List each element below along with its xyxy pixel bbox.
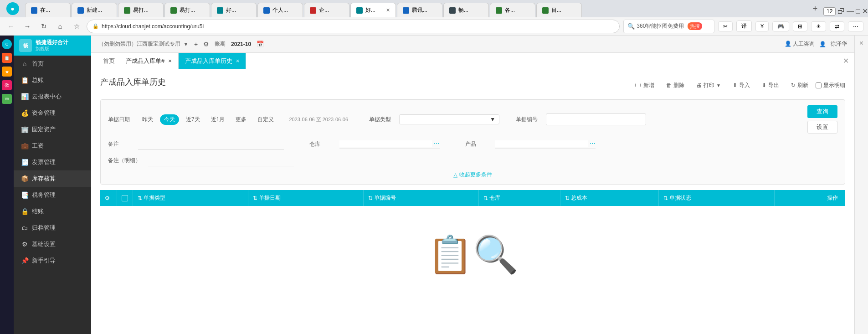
browser-tab-1[interactable]: 在... bbox=[25, 3, 71, 17]
back-button[interactable]: ← bbox=[5, 20, 17, 33]
sidebar-item-tax[interactable]: 📑 税务管理 bbox=[14, 187, 91, 203]
add-btn[interactable]: + + 新增 bbox=[629, 80, 659, 91]
browser-tab-4[interactable]: 易打... bbox=[164, 3, 210, 17]
th-settings[interactable]: ⚙ bbox=[100, 190, 117, 206]
th-cost[interactable]: ⇅ 总成本 bbox=[560, 190, 659, 206]
app-icon-1[interactable]: 📋 bbox=[2, 53, 12, 63]
game-btn[interactable]: 🎮 bbox=[772, 21, 789, 31]
address-bar[interactable]: 🔒 https://cloud.chanjet.com/accounting/u… bbox=[87, 20, 620, 33]
settings-icon[interactable]: ⚙ bbox=[203, 41, 209, 48]
sidebar-item-checkout[interactable]: 🔒 结账 bbox=[14, 203, 91, 220]
browser-tab-3[interactable]: 易打... bbox=[118, 3, 164, 17]
browser-tab-8[interactable]: 好... ✕ bbox=[350, 3, 396, 17]
user-service-btn[interactable]: 👤 人工咨询 bbox=[785, 40, 815, 48]
app-logo[interactable]: C bbox=[2, 39, 12, 49]
breadcrumb-close-btn[interactable]: ✕ bbox=[843, 57, 854, 65]
browser-tab-10[interactable]: 畅... bbox=[443, 3, 489, 17]
sidebar-item-ledger[interactable]: 📋 总账 bbox=[14, 72, 91, 88]
remark-input[interactable] bbox=[138, 138, 284, 150]
add-company-btn[interactable]: + bbox=[194, 41, 198, 48]
browser-tab-2[interactable]: 新建... bbox=[72, 3, 117, 17]
minimize-btn[interactable]: — bbox=[847, 7, 854, 15]
company-selector[interactable]: （勿删勿禁用）江西服宝测试专用 ▼ bbox=[98, 40, 189, 48]
browser-tab-11[interactable]: 各... bbox=[490, 3, 535, 17]
sidebar-item-basic[interactable]: ⚙ 基础设置 bbox=[14, 236, 91, 252]
sidebar-item-fixed[interactable]: 🏢 固定资产 bbox=[14, 121, 91, 138]
grid-btn[interactable]: ⊞ bbox=[793, 21, 807, 31]
sidebar-item-home[interactable]: ⌂ 首页 bbox=[14, 56, 91, 72]
home-icon: ⌂ bbox=[21, 60, 28, 67]
refresh-btn[interactable]: ↻ 刷新 bbox=[786, 80, 813, 91]
sidebar-item-salary[interactable]: 💼 工资 bbox=[14, 138, 91, 154]
date-custom-btn[interactable]: 自定义 bbox=[253, 114, 278, 125]
warehouse-dots-btn[interactable]: ··· bbox=[434, 139, 440, 148]
filter-setting-button[interactable]: 设置 bbox=[807, 121, 837, 134]
sidebar-item-archive[interactable]: 🗂 归档管理 bbox=[14, 220, 91, 236]
app-icon-2[interactable]: ★ bbox=[2, 67, 12, 77]
browser-tab-12[interactable]: 目... bbox=[536, 3, 582, 17]
type-select[interactable]: ▼ bbox=[399, 114, 499, 124]
export-btn[interactable]: ⬇ 导出 bbox=[757, 80, 784, 91]
date-yesterday-btn[interactable]: 昨天 bbox=[138, 114, 157, 125]
nav-header[interactable]: 畅 畅捷通好合计 旗舰版 bbox=[14, 36, 91, 56]
sidebar-item-reports[interactable]: 📊 云报表中心 bbox=[14, 88, 91, 105]
scissors-btn[interactable]: ✂ bbox=[718, 21, 733, 31]
app-icon-3[interactable]: 微 bbox=[2, 80, 12, 90]
th-status[interactable]: ⇅ 单据状态 bbox=[659, 190, 774, 206]
query-button[interactable]: 查询 bbox=[807, 105, 837, 118]
restore-window-btn[interactable]: 🗗 bbox=[837, 7, 845, 15]
product-input[interactable] bbox=[495, 140, 588, 147]
date-1month-btn[interactable]: 近1月 bbox=[207, 114, 229, 125]
breadcrumb-home[interactable]: 首页 bbox=[98, 54, 119, 68]
sidebar-item-inventory[interactable]: 📦 库存核算 bbox=[14, 170, 91, 187]
theme-btn[interactable]: ☀ bbox=[811, 21, 826, 31]
calendar-icon[interactable]: 📅 bbox=[257, 41, 264, 47]
tab-close-8[interactable]: ✕ bbox=[386, 7, 390, 13]
refresh-button[interactable]: ↻ bbox=[37, 20, 50, 33]
th-number[interactable]: ⇅ 单据编号 bbox=[363, 190, 478, 206]
page-tab-history[interactable]: 产成品入库单历史 × bbox=[179, 53, 247, 69]
yuan-btn[interactable]: ¥ bbox=[755, 21, 769, 31]
maximize-btn[interactable]: □ bbox=[856, 7, 860, 15]
warehouse-input[interactable] bbox=[339, 140, 432, 147]
page-tab-list-close[interactable]: × bbox=[168, 57, 172, 64]
collapse-btn[interactable]: △ 收起更多条件 bbox=[108, 171, 837, 179]
product-dots-btn[interactable]: ··· bbox=[590, 139, 596, 148]
right-panel-close-btn[interactable]: × bbox=[859, 39, 863, 47]
th-warehouse[interactable]: ⇅ 仓库 bbox=[479, 190, 560, 206]
sidebar-item-finance[interactable]: 💰 资金管理 bbox=[14, 105, 91, 121]
sync-btn[interactable]: ⇄ bbox=[830, 21, 844, 31]
close-window-btn[interactable]: ✕ bbox=[862, 7, 868, 15]
bookmark-button[interactable]: ☆ bbox=[70, 20, 83, 33]
date-more-btn[interactable]: 更多 bbox=[231, 114, 251, 125]
browser-tab-7[interactable]: 企... bbox=[304, 3, 349, 17]
delete-btn[interactable]: 🗑 删除 bbox=[662, 80, 689, 91]
date-today-btn[interactable]: 今天 bbox=[160, 114, 179, 125]
show-detail-toggle[interactable]: 显示明细 bbox=[816, 82, 845, 89]
browser-tab-6[interactable]: 个人... bbox=[257, 3, 303, 17]
show-detail-checkbox[interactable] bbox=[816, 82, 822, 88]
sidebar-item-guide[interactable]: 📌 新手引导 bbox=[14, 252, 91, 269]
import-btn[interactable]: ⬆ 导入 bbox=[728, 80, 755, 91]
home-button[interactable]: ⌂ bbox=[54, 20, 67, 33]
header-checkbox[interactable] bbox=[122, 195, 128, 201]
new-tab-button[interactable]: + bbox=[809, 2, 822, 15]
remark-detail-input[interactable] bbox=[148, 154, 294, 166]
print-btn[interactable]: 🖨 打印 ▼ bbox=[692, 80, 725, 91]
settings-btn[interactable]: ⋯ bbox=[848, 21, 863, 31]
th-checkbox[interactable] bbox=[117, 190, 133, 206]
number-input[interactable] bbox=[546, 113, 646, 125]
sidebar-item-invoice[interactable]: 🧾 发票管理 bbox=[14, 154, 91, 170]
date-7days-btn[interactable]: 近7天 bbox=[182, 114, 204, 125]
th-date[interactable]: ⇅ 单据日期 bbox=[248, 190, 363, 206]
app-icon-4[interactable]: ✉ bbox=[2, 94, 12, 104]
browser-tab-9[interactable]: 腾讯... bbox=[397, 3, 442, 17]
th-type[interactable]: ⇅ 单据类型 bbox=[133, 190, 248, 206]
browser-tab-5[interactable]: 好... bbox=[211, 3, 257, 17]
search-bar[interactable]: 🔍 360智能抠图免费用 热搜 bbox=[623, 20, 714, 33]
page-tab-list[interactable]: 产成品入库单# × bbox=[119, 53, 179, 69]
page-tab-history-close[interactable]: × bbox=[236, 57, 240, 64]
translate-btn[interactable]: 译 bbox=[736, 21, 752, 32]
forward-button[interactable]: → bbox=[21, 20, 34, 33]
user-avatar[interactable]: 👤 bbox=[819, 41, 826, 47]
